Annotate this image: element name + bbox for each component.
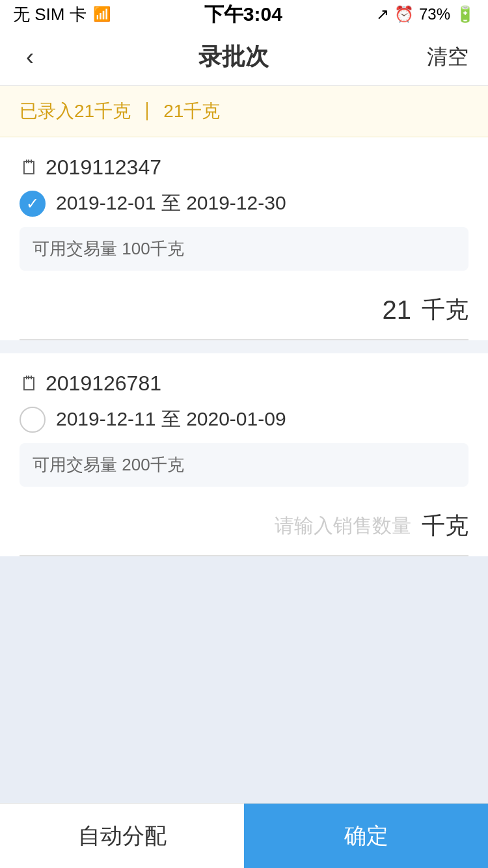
back-button[interactable]: ‹ xyxy=(20,37,40,77)
quantity-row-1: 千克 xyxy=(0,284,488,339)
battery-icon: 🔋 xyxy=(455,5,475,23)
batch-id-1: 2019112347 xyxy=(46,156,161,180)
quantity-unit-2: 千克 xyxy=(422,510,468,542)
wifi-icon: 📶 xyxy=(93,6,111,23)
page-title: 录批次 xyxy=(198,41,269,73)
batch-card-2: 🗒 2019126781 2019-12-11 至 2020-01-09 可用交… xyxy=(0,353,488,556)
batch-id-icon-2: 🗒 xyxy=(20,373,39,395)
status-time: 下午3:04 xyxy=(204,1,282,28)
status-carrier: 无 SIM 卡 📶 xyxy=(13,3,111,26)
batch-availability-2: 可用交易量 200千克 xyxy=(20,443,468,487)
batch-id-2: 2019126781 xyxy=(46,372,161,396)
location-icon: ↗ xyxy=(376,5,389,23)
checkmark-icon-1: ✓ xyxy=(26,195,39,213)
batch-radio-1[interactable]: ✓ xyxy=(20,191,46,217)
status-right: ↗ ⏰ 73% 🔋 xyxy=(376,5,475,23)
batch-header-2: 🗒 2019126781 xyxy=(0,353,488,401)
alarm-icon: ⏰ xyxy=(394,5,414,23)
quantity-unit-1: 千克 xyxy=(422,294,468,326)
summary-recorded: 已录入21千克 xyxy=(20,99,131,124)
batch-date-row-2[interactable]: 2019-12-11 至 2020-01-09 xyxy=(0,401,488,438)
batch-date-row-1[interactable]: ✓ 2019-12-01 至 2019-12-30 xyxy=(0,185,488,222)
status-bar: 无 SIM 卡 📶 下午3:04 ↗ ⏰ 73% 🔋 xyxy=(0,0,488,29)
batch-id-icon-1: 🗒 xyxy=(20,157,39,179)
batch-date-2: 2019-12-11 至 2020-01-09 xyxy=(56,406,286,433)
nav-bar: ‹ 录批次 清空 xyxy=(0,29,488,86)
quantity-placeholder-2: 请输入销售数量 xyxy=(20,513,411,539)
carrier-text: 无 SIM 卡 xyxy=(13,3,87,26)
summary-total: 21千克 xyxy=(163,99,220,124)
summary-divider xyxy=(146,102,148,120)
batch-radio-2[interactable] xyxy=(20,407,46,433)
section-gap xyxy=(0,340,488,353)
battery-text: 73% xyxy=(419,5,450,23)
batch-date-1: 2019-12-01 至 2019-12-30 xyxy=(56,190,286,217)
confirm-button[interactable]: 确定 xyxy=(244,804,488,868)
batch-card-1: 🗒 2019112347 ✓ 2019-12-01 至 2019-12-30 可… xyxy=(0,137,488,340)
clear-button[interactable]: 清空 xyxy=(427,43,468,72)
bottom-filler xyxy=(0,556,488,843)
quantity-row-2: 请输入销售数量 千克 xyxy=(0,500,488,555)
footer: 自动分配 确定 xyxy=(0,803,488,868)
summary-banner: 已录入21千克 21千克 xyxy=(0,86,488,137)
batch-availability-1: 可用交易量 100千克 xyxy=(20,227,468,271)
batch-header-1: 🗒 2019112347 xyxy=(0,137,488,185)
auto-distribute-button[interactable]: 自动分配 xyxy=(0,804,244,868)
quantity-input-1[interactable] xyxy=(320,295,411,325)
